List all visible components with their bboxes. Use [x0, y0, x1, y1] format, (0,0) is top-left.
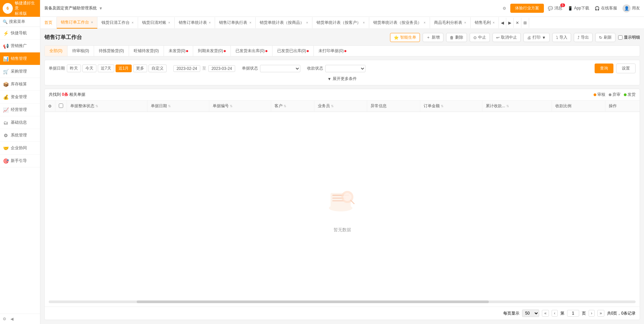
filter-tab-pending-inspect[interactable]: 待拣货验货(0)	[94, 46, 129, 56]
th-ratio: 收款比例	[552, 100, 605, 112]
per-page-select[interactable]: 50 10 20 100	[522, 310, 539, 317]
app-download-btn[interactable]: 📱 App下载	[568, 5, 589, 11]
tab-close-sales-workbench[interactable]: ×	[91, 21, 93, 24]
tab-margin-analysis[interactable]: 商品毛利分析表×	[430, 17, 471, 28]
tab-expand-btn[interactable]: ⊞	[521, 18, 529, 28]
date-yesterday[interactable]: 昨天	[67, 65, 81, 72]
date-custom[interactable]: 自定义	[148, 65, 167, 72]
filter-tab-shipped-not-out[interactable]: 已发货未出库(0)	[231, 46, 272, 56]
tab-cash-daily[interactable]: 钱货日清工作台×	[97, 17, 138, 28]
tab-next-btn[interactable]: ▶	[506, 18, 514, 28]
tab-close-sales-by-staff[interactable]: ×	[424, 21, 426, 25]
message-btn[interactable]: 💬 消息 6	[548, 5, 562, 11]
th-date[interactable]: 单据日期⇅	[147, 100, 209, 112]
gear-icon[interactable]: ⚙	[503, 6, 506, 11]
sidebar-item-quick-nav[interactable]: ⚡快捷导航	[0, 27, 40, 40]
horizontal-scrollbar[interactable]	[45, 297, 640, 307]
stop-btn[interactable]: ⊙ 中止	[470, 33, 490, 42]
tab-sales-workbench[interactable]: 销售订单工作台×	[57, 17, 97, 29]
filter-tab-all[interactable]: 全部(0)	[45, 46, 68, 56]
filter-tab-wangpu-pending[interactable]: 旺铺待发货(0)	[129, 46, 164, 56]
show-detail-label[interactable]: 显示明细	[618, 35, 640, 40]
add-btn[interactable]: ＋ 新增	[423, 33, 443, 42]
query-btn[interactable]: 查询	[595, 64, 613, 73]
tab-close-sales-stat[interactable]: ×	[209, 21, 211, 25]
review-action-btn[interactable]: 审核	[594, 92, 605, 97]
sidebar-item-system[interactable]: ⚙系统管理	[0, 129, 40, 142]
page-next-btn[interactable]: ›	[589, 310, 595, 317]
sidebar-item-finance[interactable]: 💰资金管理	[0, 91, 40, 104]
show-detail-checkbox[interactable]	[618, 35, 622, 40]
tab-home[interactable]: 首页	[40, 17, 57, 28]
tab-close-sales-exec[interactable]: ×	[249, 21, 251, 25]
payment-select[interactable]	[325, 65, 366, 72]
refresh-btn[interactable]: ↻ 刷新	[595, 33, 615, 42]
topbar-dropdown-icon[interactable]: ▼	[99, 6, 103, 11]
status-select[interactable]	[260, 65, 300, 72]
print-btn[interactable]: 🖨 打印 ▼	[523, 33, 550, 42]
tab-close-cash-daily[interactable]: ×	[132, 21, 134, 25]
collapse-icon[interactable]: ◀	[10, 317, 13, 321]
sidebar-item-operations[interactable]: 📈经营管理	[0, 104, 40, 116]
cancel-stop-btn[interactable]: ↩ 取消中止	[492, 33, 521, 42]
filter-tab-not-printed[interactable]: 未打印单据(0)	[314, 46, 351, 56]
tab-prev-btn[interactable]: ◀	[499, 18, 506, 28]
scrollbar-thumb[interactable]	[137, 300, 489, 303]
expand-btn[interactable]: ▼ 展开更多条件	[328, 76, 357, 82]
sidebar-item-base-info[interactable]: 🗂基础信息	[0, 116, 40, 129]
tab-close-all-btn[interactable]: ✕	[514, 18, 521, 28]
tab-sales-by-product[interactable]: 销货单统计表（按商品）×	[256, 17, 312, 28]
page-first-btn[interactable]: «	[542, 310, 549, 317]
sidebar-item-purchase[interactable]: 🛒采购管理	[0, 65, 40, 78]
tab-cash-reconcile[interactable]: 钱货日清对账×	[138, 17, 175, 28]
sidebar-item-marketing[interactable]: 📢营销推广	[0, 40, 40, 52]
date-today[interactable]: 今天	[82, 65, 96, 72]
cancel-action-btn[interactable]: 弃审	[609, 92, 620, 97]
smart-btn[interactable]: ⭐ 智能生单	[390, 33, 420, 42]
sidebar-item-sales[interactable]: 📊销售管理	[0, 52, 40, 65]
filter-tab-shipped-out[interactable]: 已发货已出库(0)	[272, 46, 314, 56]
th-status[interactable]: 单据整体状态⇅	[67, 100, 147, 112]
tab-close-margin-analysis[interactable]: ×	[464, 21, 466, 25]
tab-sales-by-customer[interactable]: 销货单统计表（按客户）×	[312, 17, 369, 28]
tab-sales-profit[interactable]: 销售毛利×	[471, 17, 499, 28]
nav-label-cooperation: 企业协同	[11, 145, 27, 151]
tab-close-cash-reconcile[interactable]: ×	[168, 21, 170, 25]
topbar: 装备及固定资产辅助管理系统 ▼ ⚙ 体验行业方案 💬 消息 6 📱 App下载 …	[40, 0, 644, 17]
export-btn[interactable]: ⤴ 导出	[574, 33, 593, 42]
settings-btn[interactable]: 设置	[616, 64, 636, 73]
date-7days[interactable]: 近7天	[98, 65, 114, 72]
online-service-btn[interactable]: 🎧 在线客服	[595, 5, 617, 11]
date-1month[interactable]: 近1月	[116, 65, 132, 72]
sidebar-search[interactable]: 🔍 搜索菜单	[0, 17, 40, 27]
import-btn[interactable]: ⤵ 导入	[552, 33, 571, 42]
th-staff[interactable]: 业务员⇅	[314, 100, 367, 112]
industry-btn[interactable]: 体验行业方案	[510, 4, 544, 13]
tab-close-sales-by-customer[interactable]: ×	[363, 21, 365, 25]
user-btn[interactable]: 👤 用友	[622, 4, 640, 12]
sidebar-item-guide[interactable]: 🎯新手引导	[0, 155, 40, 167]
tab-close-sales-by-product[interactable]: ×	[306, 21, 308, 25]
tab-sales-exec[interactable]: 销售订单执行表×	[215, 17, 256, 28]
th-number[interactable]: 单据编号⇅	[209, 100, 271, 112]
sidebar-item-cooperation[interactable]: 🤝企业协同	[0, 142, 40, 155]
page-prev-btn[interactable]: ‹	[552, 310, 558, 317]
tab-sales-by-staff[interactable]: 销货单统计表（按业务员）×	[369, 17, 430, 28]
filter-tab-overdue-not-shipped[interactable]: 到期未发货(0)	[193, 46, 231, 56]
th-customer[interactable]: 客户⇅	[271, 100, 314, 112]
ship-action-btn[interactable]: 发货	[624, 92, 636, 97]
tab-close-sales-profit[interactable]: ×	[493, 21, 495, 25]
settings-icon[interactable]: ⚙	[3, 317, 6, 321]
page-last-btn[interactable]: »	[597, 310, 604, 317]
date-more[interactable]: 更多	[133, 65, 147, 72]
filter-tab-not-shipped[interactable]: 未发货(0)	[164, 46, 194, 56]
delete-btn[interactable]: 🗑 删除	[446, 33, 467, 42]
select-all-checkbox[interactable]	[59, 104, 63, 108]
page-input[interactable]	[567, 310, 579, 317]
sidebar-item-inventory[interactable]: 📦库存核算	[0, 78, 40, 91]
th-settings[interactable]: ⚙	[45, 100, 55, 112]
filter-tab-pending-review[interactable]: 待审核(0)	[68, 46, 94, 56]
th-collected[interactable]: 累计收款...⇅	[482, 100, 552, 112]
tab-sales-stat[interactable]: 销售订单统计表×	[175, 17, 215, 28]
th-amount[interactable]: 订单金额⇅	[420, 100, 482, 112]
